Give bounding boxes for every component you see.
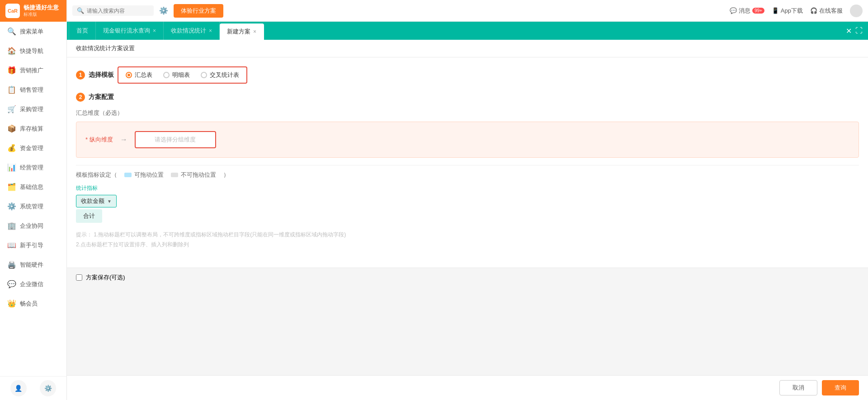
- tab-new-plan[interactable]: 新建方案 ×: [220, 24, 264, 40]
- tip-row-2: 2.点击标题栏下拉可设置排序、插入列和删除列: [76, 240, 859, 250]
- sidebar-item-guide[interactable]: 📖 新手引导: [0, 235, 66, 255]
- sidebar-bottom-btn2[interactable]: ⚙️: [40, 380, 56, 396]
- sidebar-item-basic-info[interactable]: 🗂️ 基础信息: [0, 177, 66, 197]
- tab-receipt-stats[interactable]: 收款情况统计 ×: [164, 22, 220, 40]
- tab-bank-flow-close[interactable]: ×: [153, 28, 156, 34]
- stats-total: 合计: [76, 209, 102, 223]
- sidebar-item-finance[interactable]: 💰 资金管理: [0, 138, 66, 158]
- legend-fixed-box: [171, 173, 178, 177]
- tab-home[interactable]: 首页: [69, 22, 96, 40]
- basic-info-icon: 🗂️: [7, 183, 15, 191]
- tabbar-right: ✕ ⛶: [846, 22, 866, 40]
- sidebar-item-search-menu[interactable]: 🔍 搜索菜单: [0, 22, 66, 41]
- radio-crosstab-label: 交叉统计表: [210, 71, 239, 79]
- message-icon: 💬: [730, 7, 737, 14]
- legend-close-paren: ）: [223, 171, 229, 179]
- search-input[interactable]: [87, 8, 146, 14]
- radio-detail[interactable]: 明细表: [163, 71, 190, 79]
- sidebar-item-enterprise[interactable]: 🏢 企业协同: [0, 216, 66, 235]
- tip-text-2: 2.点击标题栏下拉可设置排序、插入列和删除列: [76, 240, 189, 250]
- tab-maximize-icon[interactable]: ⛶: [855, 27, 863, 35]
- sidebar-item-label: 库存核算: [20, 125, 43, 133]
- topbar: 🔍 ⚙️ 体验行业方案 💬 消息 99+ 📱 App下载 🎧 在线客服: [67, 0, 868, 22]
- sidebar-item-smart-hw[interactable]: 🖨️ 智能硬件: [0, 255, 66, 274]
- dimension-row-label: * 纵向维度: [85, 136, 113, 144]
- stats-section: 统计指标 收款金额 ▼ 合计: [76, 184, 859, 223]
- section-plan-config: 2 方案配置 汇总维度（必选） * 纵向维度 → 请选择分组维度 模板指: [76, 93, 859, 249]
- notifications-btn[interactable]: 💬 消息 99+: [730, 7, 764, 15]
- radio-crosstab[interactable]: 交叉统计表: [201, 71, 239, 79]
- sidebar-item-label: 智能硬件: [20, 261, 43, 269]
- tips-area: 提示： 1.拖动标题栏可以调整布局，不可跨维度或指标区域拖动栏目字段(只能在同一…: [76, 230, 859, 249]
- stats-tags: 收款金额 ▼: [76, 195, 859, 207]
- sidebar-item-inventory[interactable]: 📦 库存核算: [0, 119, 66, 138]
- cancel-button[interactable]: 取消: [779, 380, 817, 395]
- radio-crosstab-circle: [201, 72, 207, 78]
- dimension-select[interactable]: 请选择分组维度: [135, 131, 216, 148]
- query-button[interactable]: 查询: [822, 380, 859, 395]
- legend-movable-label: 可拖动位置: [134, 171, 164, 179]
- topbar-search-box[interactable]: 🔍: [72, 5, 154, 16]
- sidebar-item-weixin[interactable]: 💬 企业微信: [0, 274, 66, 294]
- logo-icon: CaR: [5, 4, 20, 18]
- gear-icon[interactable]: ⚙️: [159, 6, 168, 15]
- trial-btn[interactable]: 体验行业方案: [174, 4, 223, 18]
- radio-summary-circle: [126, 72, 132, 78]
- tab-receipt-stats-close[interactable]: ×: [209, 28, 212, 34]
- stats-label: 统计指标: [76, 184, 859, 192]
- section2-header: 2 方案配置: [76, 93, 859, 102]
- legend-movable-box: [124, 173, 132, 177]
- avatar[interactable]: [850, 5, 863, 17]
- section2-label: 方案配置: [89, 93, 114, 101]
- stats-tag-dropdown-icon[interactable]: ▼: [107, 199, 112, 204]
- tip-text-1: 提示： 1.拖动标题栏可以调整布局，不可跨维度或指标区域拖动栏目字段(只能在同一…: [76, 230, 346, 240]
- indicators-header-text: 模板指标设定（: [76, 171, 117, 179]
- stats-tag-receipt-amount[interactable]: 收款金额 ▼: [76, 195, 117, 207]
- search-icon: 🔍: [77, 7, 84, 14]
- inventory-icon: 📦: [7, 124, 15, 133]
- app-download-btn[interactable]: 📱 App下载: [772, 7, 803, 15]
- tab-receipt-stats-label: 收款情况统计: [171, 27, 206, 35]
- save-section: 方案保存(可选): [67, 268, 868, 287]
- section2-num: 2: [76, 93, 85, 102]
- radio-detail-circle: [163, 72, 170, 78]
- sidebar-item-sales[interactable]: 📋 销售管理: [0, 80, 66, 99]
- sidebar-item-label: 资金管理: [20, 144, 43, 152]
- sidebar-item-label: 新手引导: [20, 241, 43, 249]
- radio-summary[interactable]: 汇总表: [126, 71, 152, 79]
- save-checkbox[interactable]: [76, 274, 82, 281]
- tab-new-plan-close[interactable]: ×: [253, 28, 256, 35]
- tip-row-1: 提示： 1.拖动标题栏可以调整布局，不可跨维度或指标区域拖动栏目字段(只能在同一…: [76, 230, 859, 240]
- sidebar-item-system[interactable]: ⚙️ 系统管理: [0, 197, 66, 216]
- app-download-label: App下载: [781, 7, 803, 15]
- dimension-arrow-icon: →: [120, 136, 127, 144]
- tab-bank-flow[interactable]: 现金银行流水查询 ×: [96, 22, 164, 40]
- logo-tag: 标准版: [24, 11, 59, 18]
- form-area: 1 选择模板 汇总表 明细表 交叉统计表: [67, 57, 868, 268]
- marketing-icon: 🎁: [7, 66, 15, 75]
- sidebar-nav: 🔍 搜索菜单 🏠 快捷导航 🎁 营销推广 📋 销售管理 🛒 采购管理 📦 库存核…: [0, 22, 66, 376]
- sales-icon: 📋: [7, 85, 15, 94]
- indicators-header: 模板指标设定（ 可拖动位置 不可拖动位置 ）: [76, 171, 859, 179]
- sidebar-item-marketing[interactable]: 🎁 营销推广: [0, 61, 66, 80]
- sidebar-item-label: 快捷导航: [20, 47, 43, 55]
- sidebar-item-purchase[interactable]: 🛒 采购管理: [0, 99, 66, 119]
- sidebar-item-quick-nav[interactable]: 🏠 快捷导航: [0, 41, 66, 61]
- sidebar-item-label: 系统管理: [20, 202, 43, 211]
- tab-close-all-icon[interactable]: ✕: [846, 27, 852, 35]
- weixin-icon: 💬: [7, 280, 15, 288]
- section1-label: 选择模板: [89, 71, 114, 79]
- sidebar-item-label: 销售管理: [20, 86, 43, 94]
- sidebar-item-member[interactable]: 👑 畅会员: [0, 294, 66, 313]
- support-icon: 🎧: [810, 7, 817, 14]
- sidebar-item-label: 营销推广: [20, 66, 43, 75]
- tab-home-label: 首页: [76, 27, 88, 35]
- sidebar-item-operations[interactable]: 📊 经营管理: [0, 158, 66, 177]
- legend-fixed-label: 不可拖动位置: [181, 171, 216, 179]
- online-support-btn[interactable]: 🎧 在线客服: [810, 7, 843, 15]
- page-title: 收款情况统计方案设置: [67, 40, 868, 57]
- sidebar-bottom-btn1[interactable]: 👤: [10, 380, 27, 396]
- legend-movable: 可拖动位置: [124, 171, 164, 179]
- summary-dimension-title: 汇总维度（必选）: [76, 109, 859, 117]
- tab-new-plan-label: 新建方案: [227, 28, 250, 36]
